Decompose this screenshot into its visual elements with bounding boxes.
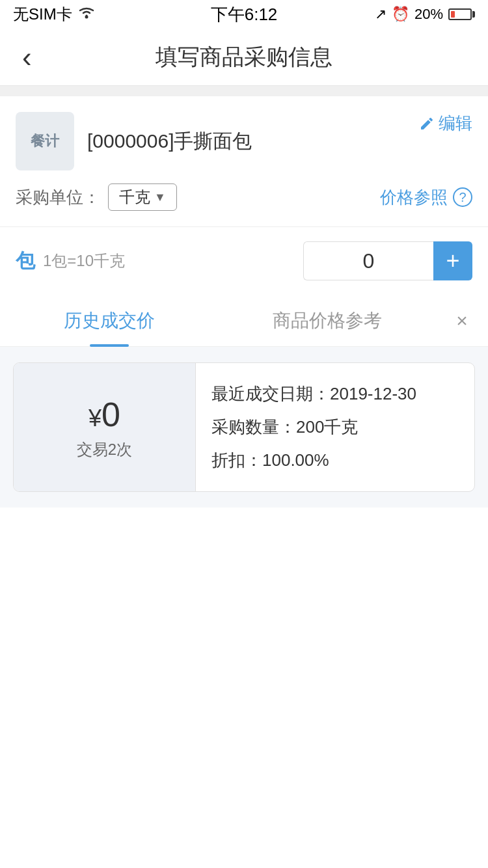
tab1-label: 历史成交价 — [64, 308, 155, 333]
unit-label: 采购单位： — [16, 186, 100, 209]
edit-label: 编辑 — [439, 112, 472, 135]
price-ref-button[interactable]: 价格参照 ? — [380, 186, 472, 209]
purchase-qty-label: 采购数量： — [211, 417, 296, 437]
product-left: 餐计 [0000006]手撕面包 — [16, 112, 252, 170]
gps-icon: ↗ — [375, 6, 386, 23]
price-ref-help-icon: ? — [453, 187, 472, 207]
thumbnail-text: 餐计 — [31, 131, 59, 151]
status-right: ↗ ⏰ 20% — [375, 6, 475, 23]
nav-bar: ‹ 填写商品采购信息 — [0, 29, 488, 86]
product-unit-row: 采购单位： 千克 ▼ 价格参照 ? — [16, 183, 472, 211]
tab-product-price-ref[interactable]: 商品价格参考 — [218, 295, 436, 347]
battery-icon — [448, 8, 475, 20]
history-right: 最近成交日期：2019-12-30 采购数量：200千克 折扣：100.00% — [196, 363, 474, 491]
battery-percent: 20% — [414, 6, 443, 23]
unit-selector[interactable]: 千克 ▼ — [108, 183, 177, 211]
quantity-unit-info: 包 1包=10千克 — [16, 248, 125, 275]
product-card: 餐计 [0000006]手撕面包 编辑 采购单位： 千克 ▼ 价格参照 ? — [0, 96, 488, 226]
tabs-section: 历史成交价 商品价格参考 × ¥0 交易2次 最近成交日期：2019-12-30… — [0, 295, 488, 868]
back-button[interactable]: ‹ — [16, 36, 38, 78]
discount-label: 折扣： — [211, 450, 262, 470]
close-icon: × — [456, 310, 468, 332]
history-price: ¥0 — [88, 395, 120, 434]
unit-arrow-icon: ▼ — [154, 191, 166, 204]
status-time: 下午6:12 — [211, 3, 278, 26]
history-left: ¥0 交易2次 — [14, 363, 196, 491]
discount-row: 折扣：100.00% — [211, 449, 459, 472]
quantity-input-area: + — [303, 241, 472, 280]
product-name: [0000006]手撕面包 — [87, 128, 252, 155]
tab2-label: 商品价格参考 — [273, 308, 382, 333]
blank-content-area — [0, 508, 488, 868]
recent-date-label: 最近成交日期： — [211, 384, 330, 403]
page-title: 填写商品采购信息 — [156, 42, 332, 72]
divider-top — [0, 86, 488, 96]
purchase-qty-row: 采购数量：200千克 — [211, 416, 459, 439]
product-thumbnail: 餐计 — [16, 112, 74, 170]
plus-icon: + — [446, 247, 459, 275]
wifi-icon — [77, 5, 96, 23]
quantity-plus-button[interactable]: + — [433, 241, 472, 280]
quantity-row: 包 1包=10千克 + — [0, 226, 488, 295]
history-card: ¥0 交易2次 最近成交日期：2019-12-30 采购数量：200千克 折扣：… — [13, 362, 475, 492]
tabs-bar: 历史成交价 商品价格参考 × — [0, 295, 488, 347]
product-unit-left: 采购单位： 千克 ▼ — [16, 183, 177, 211]
edit-button[interactable]: 编辑 — [419, 112, 472, 135]
recent-date-value: 2019-12-30 — [330, 384, 416, 403]
price-ref-label: 价格参照 — [380, 186, 448, 209]
history-trades: 交易2次 — [77, 439, 132, 460]
svg-point-0 — [85, 16, 88, 19]
network-label: 无SIM卡 — [13, 4, 72, 25]
tab-close-button[interactable]: × — [436, 295, 488, 347]
status-left: 无SIM卡 — [13, 4, 96, 25]
unit-icon: 包 — [16, 248, 35, 275]
tab-history-price[interactable]: 历史成交价 — [0, 295, 218, 347]
unit-conversion: 1包=10千克 — [43, 251, 125, 271]
purchase-qty-value: 200千克 — [296, 417, 358, 437]
recent-date-row: 最近成交日期：2019-12-30 — [211, 383, 459, 405]
discount-value: 100.00% — [262, 450, 329, 470]
price-value: 0 — [102, 396, 120, 433]
price-yen-symbol: ¥ — [88, 405, 102, 431]
unit-value: 千克 — [119, 187, 150, 208]
status-bar: 无SIM卡 下午6:12 ↗ ⏰ 20% — [0, 0, 488, 29]
alarm-icon: ⏰ — [392, 6, 409, 23]
quantity-input[interactable] — [303, 241, 433, 280]
product-header: 餐计 [0000006]手撕面包 编辑 — [16, 112, 472, 170]
